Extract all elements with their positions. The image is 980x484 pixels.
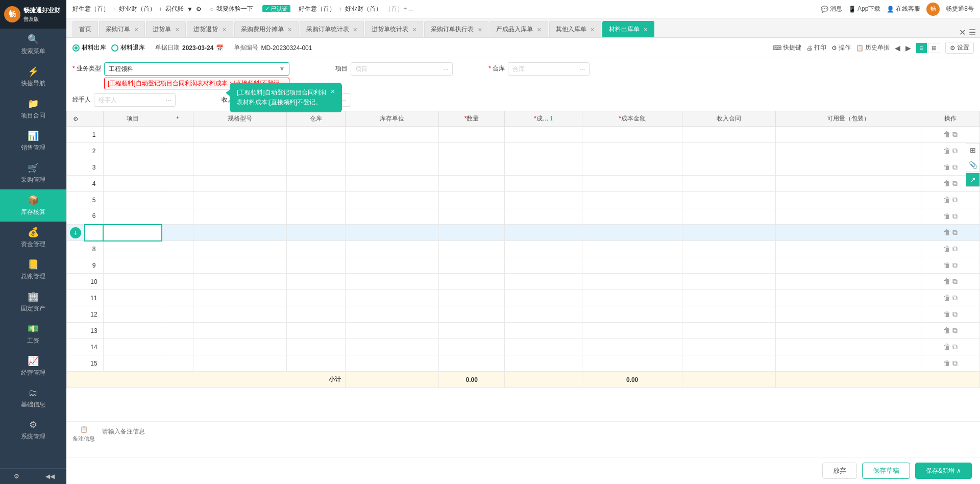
topbar-trial[interactable]: 我要体验一下 xyxy=(216,5,253,13)
topbar-nav-good-wealth[interactable]: 好业财（首） xyxy=(119,5,156,13)
row-2-delete-icon[interactable]: 🗑 xyxy=(943,147,950,155)
save-draft-btn[interactable]: 保存草稿 xyxy=(862,463,910,479)
tab-purchase-expense[interactable]: 采购费用分摊单 × xyxy=(234,21,299,37)
row-5-delete-icon[interactable]: 🗑 xyxy=(943,196,950,204)
discard-btn[interactable]: 放弃 xyxy=(822,463,857,479)
tab-other-in-close[interactable]: × xyxy=(591,26,595,33)
sidebar-item-ledger[interactable]: 📒 总账管理 xyxy=(0,254,66,286)
tab-in-stat[interactable]: 进货单统计表 × xyxy=(365,21,423,37)
row-13-delete-icon[interactable]: 🗑 xyxy=(943,326,950,335)
sidebar-item-basic[interactable]: 🗂 基础信息 xyxy=(0,382,66,414)
row-6-delete-icon[interactable]: 🗑 xyxy=(943,212,950,221)
tab-purchase-exec[interactable]: 采购订单执行表 × xyxy=(424,21,488,37)
row-9-delete-icon[interactable]: 🗑 xyxy=(943,261,950,270)
sidebar-collapse-btn[interactable]: ◀◀ xyxy=(33,469,66,484)
doc-date-value[interactable]: 2023-03-24 xyxy=(182,44,213,52)
sidebar-item-assets[interactable]: 🏢 固定资产 xyxy=(0,286,66,318)
row-10-delete-icon[interactable]: 🗑 xyxy=(943,277,950,286)
row-8-copy-icon[interactable]: ⧉ xyxy=(952,245,958,253)
tooltip-close-btn[interactable]: × xyxy=(331,88,335,95)
handler-input[interactable]: 经手人 ··· xyxy=(94,93,176,107)
add-row-btn[interactable]: + xyxy=(70,227,81,238)
project-input[interactable]: 项目 ··· xyxy=(351,62,453,76)
row-6-copy-icon[interactable]: ⧉ xyxy=(952,212,958,221)
row-7-delete-icon[interactable]: 🗑 xyxy=(943,228,950,237)
tab-purchase-stat-close[interactable]: × xyxy=(353,26,357,33)
tab-purchase-exec-close[interactable]: × xyxy=(478,26,482,33)
save-new-btn[interactable]: 保存&新增 ∧ xyxy=(915,463,972,479)
row-11-copy-icon[interactable]: ⧉ xyxy=(952,294,958,302)
radio-material-return[interactable]: 材料退库 xyxy=(111,43,145,52)
tab-product-in-close[interactable]: × xyxy=(537,26,541,33)
row-2-copy-icon[interactable]: ⧉ xyxy=(952,147,958,155)
topbar-msg-btn[interactable]: 💬 消息 xyxy=(821,5,842,13)
tab-purchase-return-close[interactable]: × xyxy=(222,26,226,33)
topbar-settings-icon[interactable]: ⚙ xyxy=(196,6,202,13)
user-avatar[interactable]: 畅 xyxy=(926,3,940,16)
biz-type-input[interactable]: 工程领料 ▼ xyxy=(104,62,289,76)
tab-purchase-return[interactable]: 进货退货 × xyxy=(187,21,233,37)
row-14-delete-icon[interactable]: 🗑 xyxy=(943,343,950,351)
row-13-copy-icon[interactable]: ⧉ xyxy=(952,326,958,335)
tab-purchase-order[interactable]: 采购订单 × xyxy=(99,21,145,37)
sidebar-item-capital[interactable]: 💰 资金管理 xyxy=(0,222,66,254)
tab-purchase-expense-close[interactable]: × xyxy=(288,26,292,33)
row-12-delete-icon[interactable]: 🗑 xyxy=(943,310,950,319)
notes-input[interactable] xyxy=(100,426,974,437)
doc-settings-btn[interactable]: ⚙ 设置 xyxy=(945,42,974,54)
topbar-nav-good-wealth2[interactable]: 好业财（首） xyxy=(345,5,382,13)
sidebar-item-project[interactable]: 📁 项目合同 xyxy=(0,93,66,125)
row-14-copy-icon[interactable]: ⧉ xyxy=(952,343,958,351)
income-contract-picker-icon[interactable]: ··· xyxy=(341,96,347,104)
radio-material-out[interactable]: 材料出库 xyxy=(72,43,106,52)
nav-next-btn[interactable]: ▶ xyxy=(905,44,911,52)
warehouse-input[interactable]: 合库 ··· xyxy=(508,62,590,76)
sidebar-settings-btn[interactable]: ⚙ xyxy=(0,469,33,484)
tab-purchase-stat[interactable]: 采购订单统计表 × xyxy=(300,21,364,37)
row-15-copy-icon[interactable]: ⧉ xyxy=(952,359,958,368)
sidebar-item-purchase[interactable]: 🛒 采购管理 xyxy=(0,157,66,189)
operation-btn[interactable]: ⚙ 操作 xyxy=(831,43,851,52)
sidebar-item-inventory[interactable]: 📦 库存核算 xyxy=(0,189,66,222)
sidebar-item-salary[interactable]: 💵 工资 xyxy=(0,318,66,350)
right-note-icon[interactable]: 📎 xyxy=(966,158,980,172)
tab-home[interactable]: 首页 xyxy=(72,21,98,37)
topbar-nav-good-biz2[interactable]: 好生意（首） xyxy=(299,5,335,13)
row-7-copy-icon[interactable]: ⧉ xyxy=(952,228,958,237)
history-btn[interactable]: 📋 历史单据 xyxy=(856,43,890,52)
nav-prev-btn[interactable]: ◀ xyxy=(895,44,900,52)
row-3-delete-icon[interactable]: 🗑 xyxy=(943,163,950,172)
tab-product-in[interactable]: 产成品入库单 × xyxy=(489,21,548,37)
row-8-delete-icon[interactable]: 🗑 xyxy=(943,245,950,253)
topbar-nav-good-biz[interactable]: 好生意（首） xyxy=(72,5,109,13)
row-4-delete-icon[interactable]: 🗑 xyxy=(943,179,950,188)
tab-in-stat-close[interactable]: × xyxy=(412,26,416,33)
tab-purchase-in-close[interactable]: × xyxy=(175,26,179,33)
row-5-copy-icon[interactable]: ⧉ xyxy=(952,196,958,204)
topbar-app-download-btn[interactable]: 📱 App下载 xyxy=(848,5,880,13)
topbar-nav-agent[interactable]: 易代账 xyxy=(165,5,184,13)
handler-picker-icon[interactable]: ··· xyxy=(166,96,171,104)
view-form-btn[interactable]: ≡ xyxy=(916,43,927,53)
shortcut-keys-btn[interactable]: ⌨ 快捷键 xyxy=(773,43,801,52)
sidebar-item-system[interactable]: ⚙ 系统管理 xyxy=(0,414,66,446)
col-settings-th[interactable]: ⚙ xyxy=(67,111,85,127)
tabbar-menu-btn[interactable]: ☰ xyxy=(969,28,976,37)
tab-other-in[interactable]: 其他入库单 × xyxy=(549,21,601,37)
print-btn[interactable]: 🖨 打印 xyxy=(806,43,826,52)
row-4-copy-icon[interactable]: ⧉ xyxy=(952,179,958,188)
view-table-btn[interactable]: ⊞ xyxy=(928,43,940,53)
right-export-icon[interactable]: ↗ xyxy=(966,173,980,187)
tab-purchase-order-close[interactable]: × xyxy=(134,26,138,33)
topbar-online-service-btn[interactable]: 👤 在线客服 xyxy=(887,5,920,13)
tab-material-out-close[interactable]: × xyxy=(644,26,648,33)
tab-purchase-in[interactable]: 进货单 × xyxy=(146,21,186,37)
row-12-copy-icon[interactable]: ⧉ xyxy=(952,310,958,319)
right-expand-icon[interactable]: ⊞ xyxy=(966,143,980,157)
row-15-delete-icon[interactable]: 🗑 xyxy=(943,359,950,368)
sidebar-item-search[interactable]: 🔍 搜索菜单 xyxy=(0,29,66,61)
row-1-copy-icon[interactable]: ⧉ xyxy=(952,130,958,139)
tabbar-close-btn[interactable]: ✕ xyxy=(959,28,966,37)
tab-material-out[interactable]: 材料出库单 × xyxy=(602,21,654,37)
sidebar-item-shortcut[interactable]: ⚡ 快捷导航 xyxy=(0,61,66,93)
